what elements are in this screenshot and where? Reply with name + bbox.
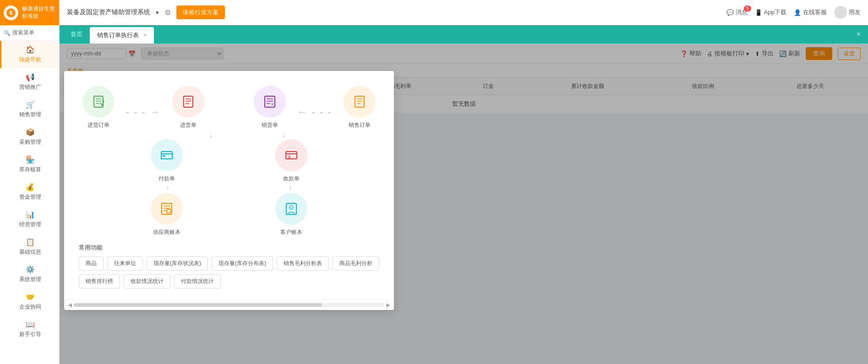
func-buttons-row1: 商品 往来单位 现存量(库存状况表) 现存量(库存分布表) 销售毛利分析表 商品…: [79, 256, 379, 271]
common-functions: 常用功能 商品 往来单位 现存量(库存状况表) 现存量(库存分布表) 销售毛利分…: [79, 244, 379, 288]
close-all-tabs-button[interactable]: ×: [849, 30, 868, 38]
sidebar: 6 畅康通好生意 标准版 🔍 搜索菜单 🏠 快捷导航 📢 营销推广 🛒 销售管理: [0, 0, 60, 364]
main-area: 装备及固定资产辅助管理系统 ▾ ⚙ 体验行业方案 💬 消息 5 📱 App下载 …: [60, 0, 868, 364]
logo-icon: 6: [4, 5, 18, 20]
modal-scrollbar: ◀ ▶: [64, 299, 394, 310]
sidebar-item-sales[interactable]: 🛒 销售管理: [0, 96, 59, 123]
supplier-account-icon: [151, 193, 183, 225]
payment-label: 付款单: [158, 175, 175, 183]
sidebar-search[interactable]: 🔍 搜索菜单: [0, 25, 59, 41]
sidebar-item-collab[interactable]: 🤝 企业协同: [0, 288, 59, 315]
sidebar-item-marketing[interactable]: 📢 营销推广: [0, 68, 59, 96]
topbar-right: 💬 消息 5 📱 App下载 👤 在线客服 用友: [726, 6, 861, 19]
down-arrow-sb: ↓: [267, 131, 300, 139]
home-icon: 🏠: [26, 45, 35, 54]
sales-order-icon: [344, 86, 376, 118]
flow-node-sales-bill: ≡ 销货单: [254, 86, 286, 129]
marketing-icon: 📢: [26, 73, 35, 81]
system-title: 装备及固定资产辅助管理系统: [67, 8, 150, 16]
flow-node-purchase-bill: 进货单: [172, 86, 204, 129]
flow-arrows-down2: ↓ ↓: [79, 183, 379, 191]
func-btn-sales-profit[interactable]: 销售毛利分析表: [277, 256, 329, 271]
svg-text:6: 6: [10, 10, 13, 16]
flow-mid-row: 付款单 ¥ 收款单: [79, 139, 379, 183]
func-btn-counterparty[interactable]: 往来单位: [107, 256, 143, 271]
sidebar-item-quick-nav[interactable]: 🏠 快捷导航: [0, 41, 59, 68]
finance-icon: 💰: [26, 183, 35, 191]
tab-home[interactable]: 首页: [63, 25, 90, 43]
svg-rect-29: [167, 209, 170, 213]
sidebar-item-inventory[interactable]: 🏪 库存核算: [0, 151, 59, 178]
sidebar-item-system[interactable]: ⚙️ 系统管理: [0, 261, 59, 288]
basic-info-icon: 📋: [26, 238, 35, 246]
down-arrow-rec: ↓: [274, 183, 306, 191]
message-icon: 💬: [726, 9, 734, 16]
svg-point-31: [289, 206, 293, 209]
func-btn-inventory-dist[interactable]: 现存量(库存分布表): [212, 256, 273, 271]
func-btn-payment-stats[interactable]: 付款情况统计: [174, 274, 221, 288]
func-btn-receipt-stats[interactable]: 收款情况统计: [124, 274, 170, 288]
message-badge: 5: [744, 5, 751, 11]
online-service-button[interactable]: 👤 在线客服: [794, 8, 827, 16]
func-btn-sales-ranking[interactable]: 销售排行榜: [79, 274, 120, 288]
system-dropdown[interactable]: ▾: [156, 9, 159, 16]
tab-sales-order-execution[interactable]: 销售订单执行表 ×: [90, 27, 154, 43]
logo-text: 畅康通好生意 标准版: [22, 5, 55, 20]
func-btn-product-profit[interactable]: 商品毛利分析: [333, 256, 379, 271]
arrow-po-pb: - - - →: [126, 97, 161, 118]
svg-text:≡: ≡: [271, 102, 274, 107]
receipt-icon: ¥: [275, 139, 307, 171]
flow-node-purchase-order: 进货订单: [82, 86, 115, 129]
purchase-order-label: 进货订单: [87, 121, 109, 129]
app-download-button[interactable]: 📱 App下载: [755, 8, 786, 16]
flow-node-supplier-account: 供应商账本: [151, 193, 183, 236]
newbie-icon: 📖: [26, 320, 35, 329]
sidebar-nav: 🏠 快捷导航 📢 营销推广 🛒 销售管理 📦 采购管理 🏪 库存核算 💰: [0, 41, 59, 364]
sales-bill-label: 销货单: [262, 121, 278, 129]
scroll-right-arrow[interactable]: ▶: [386, 302, 390, 308]
svg-rect-15: [355, 96, 364, 107]
service-icon: 👤: [794, 9, 801, 16]
flow-diagram: 进货订单 - - - →: [79, 82, 379, 240]
flow-arrows-down1: ↓ ↓: [79, 131, 379, 139]
flow-node-payment: 付款单: [151, 139, 183, 183]
scroll-left-arrow[interactable]: ◀: [68, 302, 72, 308]
customer-account-icon: [275, 193, 307, 225]
svg-rect-30: [286, 203, 296, 214]
func-btn-inventory-status[interactable]: 现存量(库存状况表): [147, 256, 208, 271]
modal-content: 进货订单 - - - →: [64, 71, 394, 299]
arrow-so-sb: ← - - -: [297, 97, 332, 118]
sales-bill-icon: ≡: [254, 86, 286, 118]
sidebar-item-finance[interactable]: 💰 资金管理: [0, 178, 59, 206]
purchase-icon: 📦: [26, 128, 35, 136]
system-icon: ⚙️: [26, 265, 35, 274]
message-button[interactable]: 💬 消息 5: [726, 8, 748, 16]
receipt-label: 收款单: [283, 175, 300, 183]
settings-icon[interactable]: ⚙: [164, 8, 171, 17]
collab-icon: 🤝: [26, 293, 35, 301]
modal-overlay[interactable]: 进货订单 - - - →: [60, 43, 868, 364]
trial-button[interactable]: 体验行业方案: [176, 5, 225, 19]
user-avatar[interactable]: 用友: [834, 6, 861, 19]
svg-rect-22: [286, 152, 297, 159]
svg-rect-6: [184, 96, 193, 107]
sales-order-label: 销售订单: [349, 121, 371, 129]
flow-node-receipt: ¥ 收款单: [275, 139, 307, 183]
purchase-order-icon: [82, 86, 115, 118]
sidebar-item-purchase[interactable]: 📦 采购管理: [0, 123, 59, 151]
sidebar-logo: 6 畅康通好生意 标准版: [0, 0, 59, 25]
payment-icon: [151, 139, 183, 171]
scrollbar-track[interactable]: [74, 303, 384, 307]
download-icon: 📱: [755, 9, 762, 16]
sidebar-item-operations[interactable]: 📊 经营管理: [0, 206, 59, 233]
svg-rect-2: [94, 96, 103, 107]
sidebar-item-basic-info[interactable]: 📋 基础信息: [0, 233, 59, 261]
sidebar-item-newbie[interactable]: 📖 新手引导: [0, 315, 59, 343]
down-arrow-pb: ↓: [195, 131, 227, 139]
inventory-icon: 🏪: [26, 155, 35, 164]
operations-icon: 📊: [26, 210, 35, 219]
flow-node-sales-order: 销售订单: [344, 86, 376, 129]
chevron-down-icon: ▾: [156, 9, 159, 16]
func-btn-product[interactable]: 商品: [79, 256, 104, 271]
tab-close-icon[interactable]: ×: [143, 32, 147, 38]
